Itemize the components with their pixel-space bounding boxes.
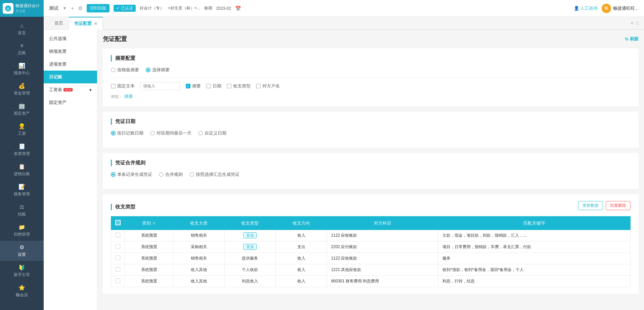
- radio-merge-rules[interactable]: 合并规则: [159, 171, 183, 178]
- sidebar-item-salary[interactable]: 👷 工资: [0, 120, 44, 140]
- checkbox-date[interactable]: 日期: [206, 83, 221, 89]
- date-section: 凭证日期 按日记账日期 对应期间最后一天 自定义日期: [103, 112, 639, 148]
- row-checkbox-0[interactable]: [116, 233, 120, 237]
- topbar-period-label: 账期: [204, 5, 212, 11]
- consult-button[interactable]: 👤 人工咨询: [574, 5, 598, 11]
- cell-checkbox-2: [111, 253, 125, 264]
- cell-direction-1: 支出: [276, 241, 327, 253]
- cell-big-type-1: 采购相关: [173, 241, 224, 253]
- cell-keywords-2: 服务: [438, 253, 631, 264]
- cell-account-2: 1122 应收账款: [327, 253, 438, 264]
- example-area: 例如： 摘要: [111, 93, 631, 100]
- cell-sub-type-2: 提供服务: [224, 253, 275, 264]
- topbar-period-value: 2023-02: [216, 6, 231, 11]
- sidebar-item-archive[interactable]: 📁 归档管理: [0, 221, 44, 241]
- tab-close-icon[interactable]: ×: [94, 21, 97, 26]
- checkbox-fixed-text[interactable]: 固定文本: [111, 83, 135, 89]
- tag-top-1[interactable]: 置顶: [243, 244, 257, 250]
- closing-icon: ⚖: [19, 204, 24, 210]
- cell-account-0: 1122 应收账款: [327, 230, 438, 241]
- radio-period-last-day[interactable]: 对应期间最后一天: [150, 130, 191, 136]
- refresh-button[interactable]: ↻ 刷新: [625, 36, 639, 42]
- example-prefix: 例如：: [111, 94, 123, 99]
- radio-journal-date[interactable]: 按日记账日期: [111, 130, 143, 136]
- calendar-icon[interactable]: 📅: [235, 6, 241, 11]
- certified-check-icon: ✓: [116, 6, 120, 10]
- example-value: 摘要: [124, 94, 133, 99]
- radio-template-circle: [111, 68, 116, 72]
- cell-sub-type-0: 置顶: [224, 230, 275, 241]
- radio-single-record[interactable]: 单条记录生成凭证: [111, 171, 152, 178]
- row-checkbox-2[interactable]: [116, 256, 120, 260]
- row-checkbox-1[interactable]: [116, 244, 120, 249]
- cell-big-type-0: 销售相关: [173, 230, 224, 241]
- window-close-button[interactable]: ×: [631, 21, 634, 26]
- th-category: 类别 ∨: [125, 217, 173, 230]
- left-panel-fixed-assets[interactable]: 固定资产: [44, 96, 97, 109]
- checkbox-payment-type[interactable]: 收支类型: [227, 83, 251, 89]
- left-panel-salary[interactable]: 工资表 NEW ▾: [44, 83, 97, 96]
- cell-keywords-0: 欠款，现金，项目款，到款，报销款，汇入，...: [438, 230, 631, 241]
- tab-home[interactable]: 首页: [49, 17, 69, 30]
- radio-custom-date[interactable]: 自定义日期: [198, 130, 226, 136]
- purchase-icon: 📋: [18, 163, 25, 170]
- topbar-settings-icon[interactable]: ⚙: [78, 5, 83, 11]
- topbar-dropdown-arrow[interactable]: ▼: [62, 6, 67, 11]
- header-checkbox[interactable]: [115, 220, 121, 225]
- left-panel-sales-invoice[interactable]: 销项发票: [44, 45, 97, 58]
- topbar-good-accounting: 好会计（专）: [140, 5, 164, 11]
- checkbox-payment-type-box: [227, 84, 231, 88]
- archive-icon: 📁: [18, 224, 25, 230]
- left-panel-journal[interactable]: 日记账: [44, 71, 97, 83]
- merge-section-title: 凭证合并规则: [111, 160, 631, 166]
- checkbox-summary[interactable]: ✓ 摘要: [186, 83, 201, 89]
- date-radio-group: 按日记账日期 对应期间最后一天 自定义日期: [111, 130, 631, 136]
- sidebar-item-tax[interactable]: 📝 税务管理: [0, 180, 44, 200]
- switch-version-button[interactable]: 切到旧版: [87, 4, 110, 12]
- sidebar-item-assets[interactable]: 🏢 固定资产: [0, 100, 44, 120]
- user-menu[interactable]: 畅 畅捷通旺旺...: [602, 4, 639, 13]
- user-avatar: 畅: [602, 4, 611, 13]
- cell-keywords-3: 收到*借款，收到*备用金，退回*备用金，个人: [438, 264, 631, 276]
- left-panel-purchase-invoice[interactable]: 进项发票: [44, 58, 97, 71]
- row-checkbox-4[interactable]: [116, 278, 120, 283]
- checkbox-fixed-text-box: [111, 84, 116, 88]
- sidebar-item-guide[interactable]: 🔰 新手引导: [0, 261, 44, 281]
- consult-icon: 👤: [574, 6, 579, 11]
- left-panel-public[interactable]: 公共选项: [44, 32, 97, 45]
- sidebar-item-settings[interactable]: ⚙ 设置: [0, 241, 44, 261]
- sidebar-item-reports[interactable]: 📊 报表中心: [0, 59, 44, 79]
- logo-icon: 会: [3, 3, 13, 14]
- window-maximize-button[interactable]: □: [636, 21, 639, 26]
- sidebar-item-home[interactable]: ⌂ 首页: [0, 20, 44, 39]
- tag-top-0[interactable]: 置顶: [243, 232, 257, 238]
- cell-checkbox-3: [111, 264, 125, 276]
- summary-section: 摘要配置 按模板摘要 选择摘要: [103, 48, 639, 106]
- sidebar-item-invoice[interactable]: 🧾 发票管理: [0, 140, 44, 160]
- sidebar-item-vip[interactable]: ⭐ 畅会员: [0, 281, 44, 301]
- tabs-bar: 首页 凭证配置 × × □: [44, 17, 644, 30]
- checkbox-counterpart-name[interactable]: 对方户名: [256, 83, 280, 89]
- radio-select-summary[interactable]: 选择摘要: [146, 67, 170, 73]
- topbar: 测试 ▼ + ⚙ 切到旧版 ✓ 已认证 好会计（专） +好生意（标）+... 账…: [44, 0, 644, 17]
- radio-merge-rules-circle: [159, 172, 164, 177]
- sidebar-item-ledger[interactable]: ≡ 总账: [0, 39, 44, 59]
- topbar-right: 👤 人工咨询 畅 畅捷通旺旺...: [574, 4, 639, 13]
- batch-delete-button[interactable]: 批量删除: [606, 201, 631, 210]
- summary-radio-group: 按模板摘要 选择摘要: [111, 67, 631, 73]
- topbar-plus[interactable]: +: [71, 5, 74, 11]
- checkbox-counterpart-box: [256, 84, 261, 88]
- sidebar-item-funds[interactable]: 💰 资金管理: [0, 79, 44, 100]
- topbar-title: 测试: [49, 5, 58, 11]
- update-data-button[interactable]: 更新数据: [578, 201, 603, 210]
- tab-voucher-config[interactable]: 凭证配置 ×: [69, 17, 103, 30]
- reports-icon: 📊: [18, 63, 25, 69]
- main-area: 测试 ▼ + ⚙ 切到旧版 ✓ 已认证 好会计（专） +好生意（标）+... 账…: [44, 0, 644, 310]
- sidebar-item-closing[interactable]: ⚖ 结账: [0, 200, 44, 221]
- cell-checkbox-0: [111, 230, 125, 241]
- fixed-text-input[interactable]: [140, 82, 180, 90]
- radio-summary-generate[interactable]: 按照选择汇总生成凭证: [189, 171, 240, 178]
- row-checkbox-3[interactable]: [116, 267, 120, 272]
- sidebar-item-purchase[interactable]: 📋 进销台账: [0, 160, 44, 180]
- radio-template-summary[interactable]: 按模板摘要: [111, 67, 139, 73]
